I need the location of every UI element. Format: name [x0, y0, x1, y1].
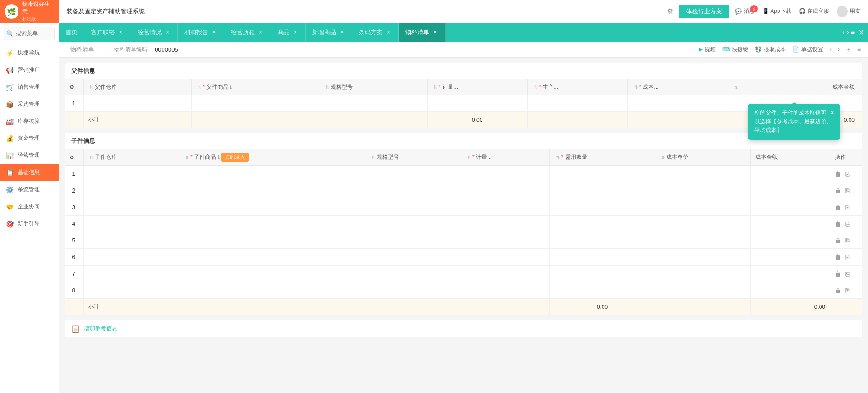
child-warehouse-6[interactable] [83, 249, 179, 266]
child-qty-3[interactable] [550, 199, 655, 216]
nav-next-btn[interactable]: › [838, 46, 840, 53]
copy-row-7[interactable]: ⎘ [845, 270, 849, 278]
parent-cost-cell[interactable] [628, 95, 728, 112]
child-warehouse-3[interactable] [83, 199, 179, 216]
th-parent-settings[interactable]: ⚙ [65, 79, 83, 95]
child-product-5[interactable] [179, 232, 365, 249]
sidebar-item-guide[interactable]: 🎯 新手引导 [0, 215, 59, 232]
child-unit-cost-7[interactable] [655, 266, 750, 282]
child-spec-2[interactable] [365, 182, 461, 199]
search-menu-button[interactable]: 🔍 搜索菜单 [4, 27, 55, 40]
sidebar-item-inventory[interactable]: 🏭 库存核算 [0, 113, 59, 130]
parent-spec-cell[interactable] [319, 95, 427, 112]
child-unit-cost-4[interactable] [655, 216, 750, 232]
child-spec-4[interactable] [365, 216, 461, 232]
copy-row-5[interactable]: ⎘ [845, 237, 849, 244]
child-product-3[interactable] [179, 199, 365, 216]
sidebar-item-cooperation[interactable]: 🤝 企业协同 [0, 198, 59, 215]
child-spec-5[interactable] [365, 232, 461, 249]
child-unit-cost-3[interactable] [655, 199, 750, 216]
child-qty-7[interactable] [550, 266, 655, 282]
tab-goods[interactable]: 商品 × [271, 23, 306, 42]
child-unit-8[interactable] [461, 282, 550, 299]
user-menu[interactable]: 用友 [837, 6, 861, 17]
child-spec-3[interactable] [365, 199, 461, 216]
child-spec-1[interactable] [365, 166, 461, 182]
tab-barcode[interactable]: 条码方案 × [352, 23, 399, 42]
child-unit-5[interactable] [461, 232, 550, 249]
copy-row-4[interactable]: ⎘ [845, 220, 849, 228]
tab-bom[interactable]: 物料清单 × [399, 23, 446, 42]
tab-barcode-close[interactable]: × [385, 29, 392, 36]
delete-row-6[interactable]: 🗑 [835, 254, 841, 261]
child-spec-7[interactable] [365, 266, 461, 282]
child-unit-2[interactable] [461, 182, 550, 199]
child-unit-cost-1[interactable] [655, 166, 750, 182]
child-unit-cost-2[interactable] [655, 182, 750, 199]
extract-cost-action[interactable]: 💱 提取成本 [755, 46, 786, 54]
child-product-4[interactable] [179, 216, 365, 232]
parent-unit-cell[interactable] [427, 95, 527, 112]
child-qty-4[interactable] [550, 216, 655, 232]
child-product-6[interactable] [179, 249, 365, 266]
child-qty-1[interactable] [550, 166, 655, 182]
video-action[interactable]: ▶ 视频 [699, 46, 716, 54]
parent-product-cell[interactable] [191, 95, 319, 112]
tab-close-all[interactable]: ✕ [858, 28, 864, 37]
message-badge[interactable]: 💬 消息 6 [735, 7, 755, 15]
copy-row-3[interactable]: ⎘ [845, 204, 849, 211]
grid-view-icon[interactable]: ⊞ [846, 46, 851, 53]
child-qty-5[interactable] [550, 232, 655, 249]
delete-row-4[interactable]: 🗑 [835, 220, 841, 228]
delete-row-3[interactable]: 🗑 [835, 204, 841, 211]
tab-new-goods[interactable]: 新增商品 × [306, 23, 352, 42]
child-product-2[interactable] [179, 182, 365, 199]
th-child-settings[interactable]: ⚙ [65, 149, 83, 166]
tab-list-icon[interactable]: ≡ [851, 29, 855, 36]
child-warehouse-7[interactable] [83, 266, 179, 282]
child-qty-8[interactable] [550, 282, 655, 299]
tooltip-close-button[interactable]: × [831, 109, 834, 117]
child-warehouse-8[interactable] [83, 282, 179, 299]
nav-prev-btn[interactable]: ‹ [830, 46, 832, 53]
child-warehouse-5[interactable] [83, 232, 179, 249]
tab-nav-next[interactable]: › [847, 28, 849, 36]
child-qty-2[interactable] [550, 182, 655, 199]
parent-production-cell[interactable] [527, 95, 627, 112]
add-ref-label[interactable]: 增加参考信息 [84, 325, 117, 333]
online-service-link[interactable]: 🎧 在线客服 [799, 7, 829, 15]
delete-row-2[interactable]: 🗑 [835, 187, 841, 194]
tab-customer-close[interactable]: × [117, 29, 124, 36]
child-unit-cost-5[interactable] [655, 232, 750, 249]
tab-operations-status[interactable]: 经营情况 × [131, 23, 178, 42]
sidebar-item-sales[interactable]: 🛒 销售管理 [0, 79, 59, 96]
child-unit-cost-6[interactable] [655, 249, 750, 266]
copy-row-1[interactable]: ⎘ [845, 170, 849, 178]
tab-home[interactable]: 首页 [59, 23, 84, 42]
trial-button[interactable]: 体验行业方案 [679, 5, 729, 18]
sidebar-item-operations[interactable]: 📊 经营管理 [0, 147, 59, 164]
scan-button[interactable]: 扫码录入 [221, 153, 249, 162]
tab-customer[interactable]: 客户联络 × [84, 23, 131, 42]
sidebar-item-marketing[interactable]: 📢 营销推广 [0, 61, 59, 79]
child-product-8[interactable] [179, 282, 365, 299]
copy-row-6[interactable]: ⎘ [845, 254, 849, 261]
child-product-7[interactable] [179, 266, 365, 282]
tab-profit[interactable]: 利润报告 × [178, 23, 224, 42]
tab-profit-close[interactable]: × [211, 29, 217, 36]
single-settings-action[interactable]: 📄 单据设置 [792, 46, 823, 54]
child-unit-7[interactable] [461, 266, 550, 282]
child-product-1[interactable] [179, 166, 365, 182]
settings-icon[interactable]: ⚙ [667, 7, 673, 16]
copy-row-2[interactable]: ⎘ [845, 187, 849, 194]
delete-row-7[interactable]: 🗑 [835, 270, 841, 278]
child-warehouse-1[interactable] [83, 166, 179, 182]
sidebar-item-quick-nav[interactable]: ⚡ 快捷导航 [0, 44, 59, 61]
child-unit-4[interactable] [461, 216, 550, 232]
child-spec-6[interactable] [365, 249, 461, 266]
delete-row-8[interactable]: 🗑 [835, 287, 841, 294]
tab-history[interactable]: 经营历程 × [224, 23, 271, 42]
child-unit-3[interactable] [461, 199, 550, 216]
child-warehouse-4[interactable] [83, 216, 179, 232]
sidebar-item-system[interactable]: ⚙️ 系统管理 [0, 181, 59, 198]
